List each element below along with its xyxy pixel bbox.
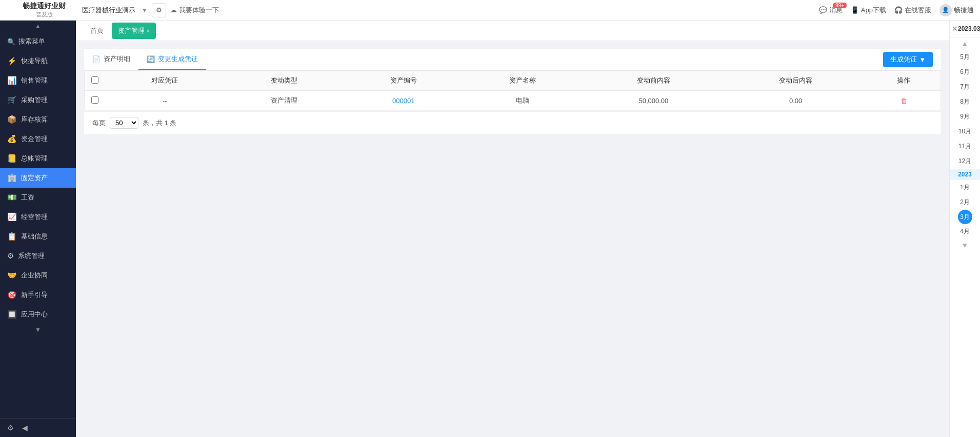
date-month-7[interactable]: 7月 xyxy=(950,80,980,94)
sidebar-item-guide[interactable]: 🎯 新手引导 xyxy=(0,285,76,305)
sidebar-item-payroll[interactable]: 💵 工资 xyxy=(0,188,76,207)
user-action[interactable]: 👤 畅捷通 xyxy=(939,4,974,16)
inner-tab-change-voucher[interactable]: 🔄 变更生成凭证 xyxy=(138,49,206,70)
cooperation-icon: 🤝 xyxy=(7,271,17,280)
sidebar-item-management[interactable]: 📈 经营管理 xyxy=(0,207,76,227)
sidebar-item-label: 基础信息 xyxy=(21,232,48,241)
sidebar-item-purchase[interactable]: 🛒 采购管理 xyxy=(0,90,76,110)
sidebar-item-label: 经营管理 xyxy=(21,212,48,222)
right-panel-header: ✕ 2023.03 ⤢ xyxy=(950,21,980,37)
customer-service-action[interactable]: 🎧 在线客服 xyxy=(894,6,931,15)
table-row: -- 资产清理 000001 电脑 50,000.00 0.00 🗑 xyxy=(85,91,941,111)
per-page-select[interactable]: 10 20 50 100 xyxy=(110,117,138,129)
logo-sub: 普及版 xyxy=(36,11,53,18)
sidebar-item-fixed-assets[interactable]: 🏢 固定资产 xyxy=(0,168,76,188)
col-voucher: 对应凭证 xyxy=(105,71,225,91)
sidebar-item-app-center[interactable]: 🔲 应用中心 xyxy=(0,305,76,324)
tab-bar: 首页 资产管理 × xyxy=(76,21,949,41)
avatar: 👤 xyxy=(939,4,952,16)
row-checkbox[interactable] xyxy=(91,96,98,104)
quick-nav-icon: ⚡ xyxy=(7,56,17,66)
sidebar-item-label: 库存核算 xyxy=(21,115,48,124)
date-month-5[interactable]: 5月 xyxy=(950,50,980,65)
search-icon: 🔍 xyxy=(7,38,15,46)
date-month-2023-2[interactable]: 2月 xyxy=(950,195,980,210)
date-month-6[interactable]: 6月 xyxy=(950,65,980,80)
sidebar-item-system[interactable]: ⚙ 系统管理 xyxy=(0,246,76,266)
col-checkbox xyxy=(85,71,105,91)
panel-close-button[interactable]: ✕ xyxy=(952,25,958,33)
inner-tabs-left: 📄 资产明细 🔄 变更生成凭证 xyxy=(84,49,206,70)
sidebar-item-ledger[interactable]: 📒 总账管理 xyxy=(0,149,76,168)
date-scroll-down[interactable]: ▼ xyxy=(959,239,971,251)
tab-asset-management[interactable]: 资产管理 × xyxy=(112,23,156,39)
row-asset-name: 电脑 xyxy=(463,91,583,111)
header-settings-icon[interactable]: ⚙ xyxy=(152,3,166,17)
date-month-2023-4[interactable]: 4月 xyxy=(950,224,980,239)
message-action[interactable]: 💬 消息 99+ xyxy=(819,6,843,15)
sidebar-item-cooperation[interactable]: 🤝 企业协同 xyxy=(0,266,76,285)
date-month-2023-1[interactable]: 1月 xyxy=(950,180,980,195)
sidebar-settings-icon[interactable]: ⚙ xyxy=(7,424,14,432)
finance-icon: 💰 xyxy=(7,134,17,144)
main-layout: ▲ 🔍 搜索菜单 ⚡ 快捷导航 📊 销售管理 🛒 采购管理 📦 库存核算 💰 资… xyxy=(0,21,980,437)
generate-btn-label: 生成凭证 xyxy=(890,55,917,64)
row-after-change: 0.00 xyxy=(725,91,867,111)
sidebar-item-label: 新手引导 xyxy=(21,290,48,300)
sidebar-search[interactable]: 🔍 搜索菜单 xyxy=(0,32,76,51)
generate-voucher-button[interactable]: 生成凭证 ▼ xyxy=(883,52,933,67)
pagination-bar: 每页 10 20 50 100 条，共 1 条 xyxy=(84,111,941,134)
experience-button[interactable]: ☁ 我要体验一下 xyxy=(170,6,219,15)
sidebar-item-quick-nav[interactable]: ⚡ 快捷导航 xyxy=(0,51,76,71)
tab-home[interactable]: 首页 xyxy=(84,23,110,39)
download-label: App下载 xyxy=(861,6,886,15)
per-page-label: 每页 xyxy=(92,118,106,128)
experience-label: 我要体验一下 xyxy=(179,6,219,15)
header-right: 💬 消息 99+ 📱 App下载 🎧 在线客服 👤 畅捷通 xyxy=(819,4,974,16)
date-month-8[interactable]: 8月 xyxy=(950,94,980,109)
row-checkbox-cell xyxy=(85,91,105,111)
row-asset-code: 000001 xyxy=(344,91,463,111)
delete-row-icon[interactable]: 🗑 xyxy=(901,97,907,105)
inventory-icon: 📦 xyxy=(7,115,17,124)
col-asset-name: 资产名称 xyxy=(463,71,583,91)
date-year-2023: 2023 xyxy=(950,169,980,180)
app-download-action[interactable]: 📱 App下载 xyxy=(851,6,886,15)
change-voucher-icon: 🔄 xyxy=(147,55,155,63)
company-name[interactable]: 医疗器械行业演示 xyxy=(82,6,135,15)
payroll-icon: 💵 xyxy=(7,193,17,202)
sidebar-item-label: 总账管理 xyxy=(21,154,48,163)
logo-area: 畅捷通好业财 普及版 xyxy=(6,2,82,18)
date-month-10[interactable]: 10月 xyxy=(950,124,980,139)
date-month-9[interactable]: 9月 xyxy=(950,109,980,124)
sidebar-item-sales[interactable]: 📊 销售管理 xyxy=(0,71,76,90)
inner-tab-asset-detail[interactable]: 📄 资产明细 xyxy=(84,49,138,70)
tab-close-icon[interactable]: × xyxy=(147,28,150,34)
sidebar-scroll-up[interactable]: ▲ xyxy=(0,21,76,32)
ledger-icon: 📒 xyxy=(7,154,17,163)
date-month-2023-3[interactable]: 3月 xyxy=(958,210,972,224)
sidebar-item-label: 工资 xyxy=(21,193,34,202)
sidebar-collapse-icon[interactable]: ◀ xyxy=(22,424,28,432)
sidebar-item-basic-info[interactable]: 📋 基础信息 xyxy=(0,227,76,246)
sidebar-scroll-down[interactable]: ▼ xyxy=(0,324,76,335)
select-all-checkbox[interactable] xyxy=(91,76,98,84)
date-month-11[interactable]: 11月 xyxy=(950,139,980,154)
date-month-12[interactable]: 12月 xyxy=(950,154,980,169)
col-after-change: 变动后内容 xyxy=(725,71,867,91)
sidebar-item-finance[interactable]: 💰 资金管理 xyxy=(0,129,76,149)
company-dropdown-icon[interactable]: ▼ xyxy=(142,7,148,14)
sidebar-item-label: 系统管理 xyxy=(18,251,45,261)
basic-info-icon: 📋 xyxy=(7,232,17,241)
inner-tab-label: 变更生成凭证 xyxy=(158,54,198,64)
date-scroll-up[interactable]: ▲ xyxy=(959,37,971,50)
sidebar-item-inventory[interactable]: 📦 库存核算 xyxy=(0,110,76,129)
sidebar-item-label: 资金管理 xyxy=(21,134,48,144)
purchase-icon: 🛒 xyxy=(7,95,17,105)
message-badge: 99+ xyxy=(833,3,847,8)
service-icon: 🎧 xyxy=(894,6,903,14)
sidebar-item-label: 企业协同 xyxy=(21,271,48,280)
message-icon: 💬 xyxy=(819,6,827,14)
app-center-icon: 🔲 xyxy=(7,310,17,319)
generate-btn-arrow: ▼ xyxy=(919,56,926,64)
